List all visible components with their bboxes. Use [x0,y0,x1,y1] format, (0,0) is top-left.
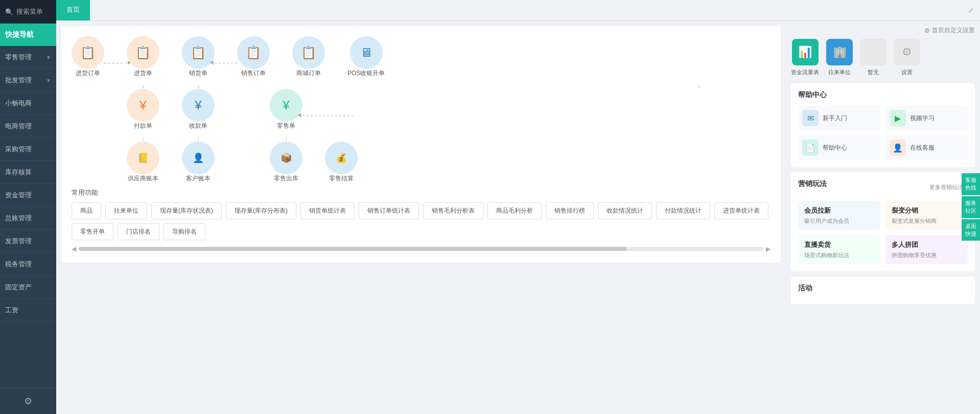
sidebar-item-label: 资金管理 [5,191,32,200]
marketing-item-desc-3: 拼团购物享受优惠 [892,251,962,259]
help-item-在线客服[interactable]: 👤 在线客服 [885,135,968,160]
marketing-item-多人拼团[interactable]: 多人拼团 拼团购物享受优惠 [885,235,968,264]
sidebar-item-电商管理[interactable]: 电商管理 [0,115,56,138]
sidebar-item-总账管理[interactable]: 总账管理 [0,207,56,230]
func-btn-销售订单统计表[interactable]: 销售订单统计表 [359,202,419,219]
sidebar-search[interactable]: 🔍 搜索菜单 [0,0,56,24]
help-item-视频学习[interactable]: ▶ 视频学习 [885,106,968,130]
sidebar-item-批发管理[interactable]: 批发管理▼ [0,69,56,92]
func-btn-往来单位[interactable]: 往来单位 [105,202,147,219]
help-item-帮助中心[interactable]: 📄 帮助中心 [798,135,880,160]
help-label-0: 新手入门 [823,114,847,123]
scroll-bar[interactable] [79,247,763,251]
node-lingshoudan[interactable]: ¥ 零售单 [270,89,302,130]
func-btn-商品毛利分析[interactable]: 商品毛利分析 [487,202,542,219]
node-pos[interactable]: 🖥 POS收银开单 [347,36,385,78]
func-btn-销售毛利分析表[interactable]: 销售毛利分析表 [423,202,483,219]
shortcut-setting-link[interactable]: ⚙ 首页自定义设置 [924,26,975,35]
sidebar-item-label: 固定资产 [5,283,32,292]
sidebar-nav-active[interactable]: 快捷导航 [0,24,56,46]
func-btn-商品[interactable]: 商品 [72,202,101,219]
shortcut-icon-2 [860,39,886,65]
node-xiaohuo-label: 销货单 [189,69,207,78]
func-btn-进货单统计表[interactable]: 进货单统计表 [714,202,768,219]
node-shangcheng[interactable]: 📋 商城订单 [292,36,325,78]
tab-home[interactable]: 首页 [56,0,90,20]
node-lingshoucuku-label: 零售出库 [274,174,298,183]
shortcut-label-0: 资金流量表 [791,68,819,76]
marketing-item-会员拉新[interactable]: 会员拉新 吸引用户成为会员 [798,201,880,230]
sidebar-item-固定资产[interactable]: 固定资产 [0,276,56,299]
marketing-item-title-0: 会员拉新 [804,206,874,215]
node-kehu[interactable]: 👤 客户账本 [182,142,215,183]
shortcut-icon-1: 🏢 [826,39,853,65]
shortcut-setting-label: 首页自定义设置 [932,26,975,35]
down-arrow-xiaohuo: ↓ [182,83,215,89]
content-area: 📋 进货订单 📋 进货单 📋 [56,21,980,414]
sidebar-item-label: 零售管理 [5,53,32,62]
common-func-title: 常用功能 [72,188,771,197]
scroll-right-arrow[interactable]: ▶ [766,245,771,252]
func-btn-导购排名[interactable]: 导购排名 [164,223,205,240]
func-btn-销售排行榜[interactable]: 销售排行榜 [546,202,594,219]
sidebar-item-工资[interactable]: 工资 [0,299,56,322]
marketing-grid: 会员拉新 吸引用户成为会员 裂变分销 裂变式发展分销商 直播卖货 场景式购物新玩… [798,201,968,264]
float-kefu[interactable]: 客服热线 [962,173,980,195]
node-xiaohuo[interactable]: 📋 销货单 [182,36,215,78]
func-btn-付款情况统计[interactable]: 付款情况统计 [656,202,710,219]
func-grid: 商品往来单位现存量(库存状况表)现存量(库存分布表)销货单统计表销售订单统计表销… [72,202,771,240]
node-lingshoucalc[interactable]: 💰 零售结算 [325,142,358,183]
func-btn-现存量(库存分布表)[interactable]: 现存量(库存分布表) [226,202,296,219]
func-btn-销货单统计表[interactable]: 销货单统计表 [300,202,355,219]
func-btn-现存量(库存状况表)[interactable]: 现存量(库存状况表) [151,202,222,219]
tab-home-label: 首页 [66,6,80,13]
float-fuwu[interactable]: 服务社区 [962,196,980,218]
sidebar-item-label: 总账管理 [5,214,32,223]
shortcut-item-3[interactable]: ⚙ 设置 [894,39,920,76]
sidebar-item-发票管理[interactable]: 发票管理 [0,230,56,253]
sidebar-item-库存核算[interactable]: 库存核算 [0,161,56,184]
node-xiaoshoudindan-label: 销售订单 [241,69,266,78]
scroll-left-arrow[interactable]: ◀ [72,245,76,252]
node-xiaoshoudindan[interactable]: 📋 销售订单 [237,36,270,78]
node-gongyingshang[interactable]: 📒 供应商账本 [127,142,159,183]
sidebar-item-采购管理[interactable]: 采购管理 [0,138,56,161]
node-shoukuan[interactable]: ¥ 收款单 [182,89,215,130]
help-item-新手入门[interactable]: ✉ 新手入门 [798,106,880,130]
down-arrow-fukuan: ↓ [127,135,159,142]
shortcut-item-1[interactable]: 🏢 往来单位 [826,39,853,76]
func-btn-零售开单[interactable]: 零售开单 [72,223,113,240]
sidebar-item-小畅电商[interactable]: 小畅电商 [0,92,56,115]
marketing-item-title-2: 直播卖货 [804,240,874,249]
sidebar-item-label: 小畅电商 [5,99,32,108]
node-gongyingshang-label: 供应商账本 [128,174,158,183]
sidebar-item-税务管理[interactable]: 税务管理 [0,253,56,276]
float-desktop[interactable]: 桌面快捷 [962,219,980,241]
shortcut-item-0[interactable]: 📊 资金流量表 [791,39,819,76]
marketing-header: 营销玩法 更多营销玩法 > [798,179,968,195]
node-jinhuodindan[interactable]: 📋 进货订单 [72,36,104,78]
node-pos-label: POS收银开单 [347,69,385,78]
shortcut-icon-0: 📊 [792,39,819,65]
help-icon-0: ✉ [802,110,819,126]
marketing-item-title-3: 多人拼团 [892,240,962,249]
node-jinhuo[interactable]: 📋 进货单 [127,36,159,78]
sidebar-item-label: 发票管理 [5,237,32,246]
left-panel: 📋 进货订单 📋 进货单 📋 [56,21,786,414]
marketing-item-直播卖货[interactable]: 直播卖货 场景式购物新玩法 [798,235,880,264]
shortcut-label-1: 往来单位 [828,68,851,76]
down-arrow-shangcheng: ↓ [683,83,715,89]
sidebar-item-资金管理[interactable]: 资金管理 [0,184,56,207]
expand-button[interactable]: ⤢ [962,2,980,18]
shortcut-label-2: 暂无 [868,68,879,76]
sidebar-settings[interactable]: ⚙ [0,388,56,414]
sidebar-item-零售管理[interactable]: 零售管理▼ [0,46,56,69]
func-btn-门店排名[interactable]: 门店排名 [118,223,159,240]
marketing-item-desc-0: 吸引用户成为会员 [804,217,874,225]
func-btn-收款情况统计[interactable]: 收款情况统计 [598,202,652,219]
shortcut-item-2[interactable]: 暂无 [860,39,886,76]
marketing-item-裂变分销[interactable]: 裂变分销 裂变式发展分销商 [885,201,968,230]
node-lingshoucuku[interactable]: 📦 零售出库 [270,142,302,183]
node-fukuan[interactable]: ¥ 付款单 [127,89,159,130]
activity-title: 活动 [798,284,968,293]
